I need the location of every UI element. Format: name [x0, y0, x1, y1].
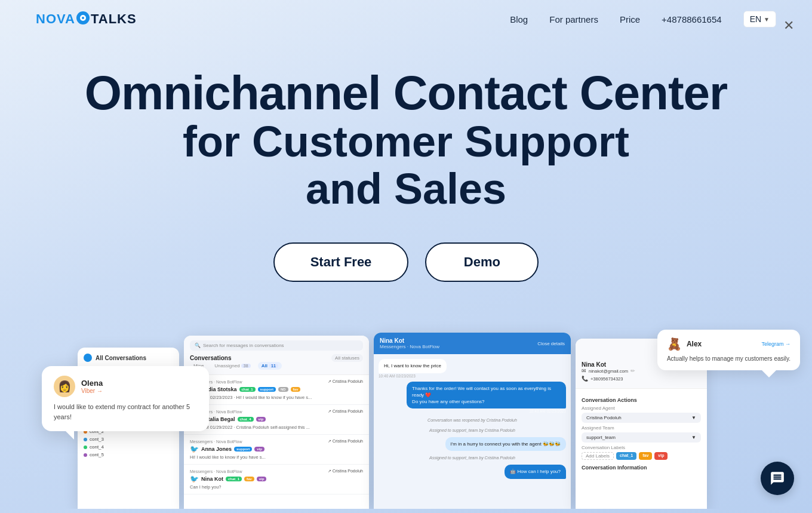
unassigned-badge: 38 [241, 364, 251, 368]
conv-labels-label: Conversation Labels [582, 445, 701, 450]
system-msg-1: Conversation was reopened by Cristina Po… [379, 417, 566, 423]
search-icon: 🔍 [195, 343, 201, 348]
contact-phone: +380956734323 [590, 376, 623, 382]
conversations-title: Conversations [190, 355, 231, 361]
avatar-anna: 🐦 [190, 445, 199, 453]
start-free-button[interactable]: Start Free [273, 242, 409, 282]
olena-text: I would like to extend my contract for a… [54, 402, 197, 422]
nav-price[interactable]: Price [620, 14, 640, 24]
convo-preview-4: Can I help you? [190, 484, 363, 490]
message-2: Thanks for the order! We will contact yo… [407, 382, 566, 409]
actions-section-title: Conversation Actions [582, 397, 701, 403]
tag-chat4: chat_4 [238, 417, 254, 422]
tag-vip: vip [256, 417, 266, 422]
search-bar[interactable]: 🔍 Search for messages in conversations [190, 340, 363, 351]
lang-selector[interactable]: EN ▼ [743, 11, 776, 27]
add-labels-btn[interactable]: Add Labels [582, 452, 614, 460]
phone-icon: 📞 [582, 376, 588, 382]
label-name-5: cont_5 [90, 452, 104, 457]
chat-source: Messengers · Nova BotFlow [380, 344, 439, 349]
tab-all[interactable]: All 11 [258, 362, 282, 370]
all-badge: 11 [269, 364, 278, 368]
chat-icon [770, 471, 785, 486]
nav-phone: +48788661654 [662, 14, 722, 24]
convo-preview-2: 10:06 AM 01/29/2022 · Cristina Podoluh s… [190, 425, 363, 430]
system-msg-3: Assigned to support_team by Cristina Pod… [379, 454, 566, 461]
actions-section: Conversation Actions Assigned Agent Cris… [576, 389, 707, 478]
sidebar-title: All Conversations [96, 355, 146, 361]
contact-email: ninakot@gmail.com [589, 368, 628, 374]
chat-widget-button[interactable] [761, 462, 794, 495]
message-3: I'm in a hurry to connect you with the a… [445, 437, 567, 451]
msg-time-2: 10:43 AM 02/23/2023 [529, 409, 566, 413]
assigned-team-select[interactable]: support_team ▼ [582, 432, 701, 443]
chevron-down-icon: ▼ [764, 16, 770, 23]
filter-all-statuses[interactable]: All statuses [331, 354, 363, 362]
tag-vip-2: vip [254, 447, 264, 451]
convo-agent-2: ↗ Cristina Podoluh [328, 409, 363, 414]
conversations-panel: 🔍 Search for messages in conversations C… [184, 336, 369, 509]
label-4[interactable]: cont_4 [84, 443, 173, 451]
label-dot-3 [84, 438, 87, 441]
convo-source-4: Messengers · Nova BotFlow [190, 469, 242, 474]
assigned-agent-value: Cristina Podoluh [586, 415, 622, 420]
convo-agent-3: ↗ Cristina Podoluh [328, 439, 363, 444]
conversation-item-anna[interactable]: Messengers · Nova BotFlow ↗ Cristina Pod… [184, 435, 369, 465]
label-name-3: cont_3 [90, 437, 104, 442]
chat-panel: Nina Kot Messengers · Nova BotFlow Close… [374, 333, 571, 509]
logo-icon [76, 11, 90, 27]
tag-chat1-2: chat_1 [226, 477, 242, 481]
convo-agent-1: ↗ Cristina Podoluh [328, 379, 363, 384]
assigned-agent-select[interactable]: Cristina Podoluh ▼ [582, 413, 701, 423]
tag-fav-2: fav [244, 477, 254, 481]
conversations-tabs: Mine Unassigned 38 All 11 [190, 362, 363, 370]
logo[interactable]: NOVA TALKS [36, 11, 137, 27]
convo-name-2: 🐦 Natalia Begal chat_4 vip [190, 415, 363, 423]
conv-info-section-title: Conversation Information [582, 465, 701, 471]
olena-avatar: 👩 [54, 376, 75, 397]
testimonial-alex-card: 🧸 Alex Telegram → Actually helps to mana… [657, 330, 800, 370]
conversation-item-nina[interactable]: Messengers · Nova BotFlow ↗ Cristina Pod… [184, 465, 369, 494]
logo-nova: NOVA [36, 11, 75, 27]
search-placeholder: Search for messages in conversations [203, 343, 284, 348]
demo-button[interactable]: Demo [425, 242, 539, 282]
convo-name-3: 🐦 Anna Jones support vip [190, 445, 363, 453]
nav-blog[interactable]: Blog [510, 14, 528, 24]
nav-partners[interactable]: For partners [549, 14, 598, 24]
tab-unassigned[interactable]: Unassigned 38 [211, 362, 254, 370]
conversation-item-nadia[interactable]: Messengers · Nova BotFlow ↗ Cristina Pod… [184, 375, 369, 405]
conversations-header: 🔍 Search for messages in conversations C… [184, 336, 369, 375]
olena-name: Olena [81, 379, 103, 388]
hero-title-line1: Omnichannel Contact Center [36, 68, 776, 118]
message-1: Hi, I want to know the price [379, 359, 447, 373]
label-dot-4 [84, 446, 87, 449]
label-3[interactable]: cont_3 [84, 435, 173, 443]
assigned-team-value: support_team [586, 435, 616, 440]
sidebar-icon [84, 354, 92, 362]
label-5[interactable]: cont_5 [84, 451, 173, 459]
convo-preview-3: Hi! I would like to know if you have s..… [190, 454, 363, 460]
testimonial-olena-card: 👩 Olena Viber → I would like to extend m… [42, 366, 209, 431]
alex-avatar: 🧸 [667, 337, 682, 351]
assigned-team-label: Assigned Team [582, 425, 701, 431]
conversation-item-natalia[interactable]: Messengers · Nova BotFlow ↗ Cristina Pod… [184, 405, 369, 435]
screenshots-area: 👩 Olena Viber → I would like to extend m… [0, 318, 812, 509]
convo-source-3: Messengers · Nova BotFlow [190, 440, 242, 444]
message-4: 🤖 How can I help you? [505, 465, 566, 478]
system-msg-2: Assigned to support_team by Cristina Pod… [379, 427, 566, 434]
chat-messages: Hi, I want to know the price 10:40 AM 02… [374, 354, 571, 509]
logo-talks: TALKS [91, 11, 137, 27]
avatar-nina: 🐦 [190, 475, 199, 483]
edit-email-icon[interactable]: ✏ [630, 368, 635, 374]
label-dot-5 [84, 453, 87, 457]
msg-time-1: 10:40 AM 02/23/2023 [379, 374, 416, 378]
cta-row: Start Free Demo [36, 242, 776, 282]
close-details-btn[interactable]: Close details [537, 341, 565, 346]
conv-labels-row: Add Labels chat_1 fav vip [582, 452, 701, 460]
olena-source: Viber → [81, 388, 103, 394]
close-button[interactable]: ✕ [783, 18, 794, 33]
lang-label: EN [750, 14, 761, 24]
svg-point-2 [82, 17, 84, 19]
tag-fav: fav [291, 387, 301, 392]
alex-source: Telegram → [761, 341, 791, 347]
